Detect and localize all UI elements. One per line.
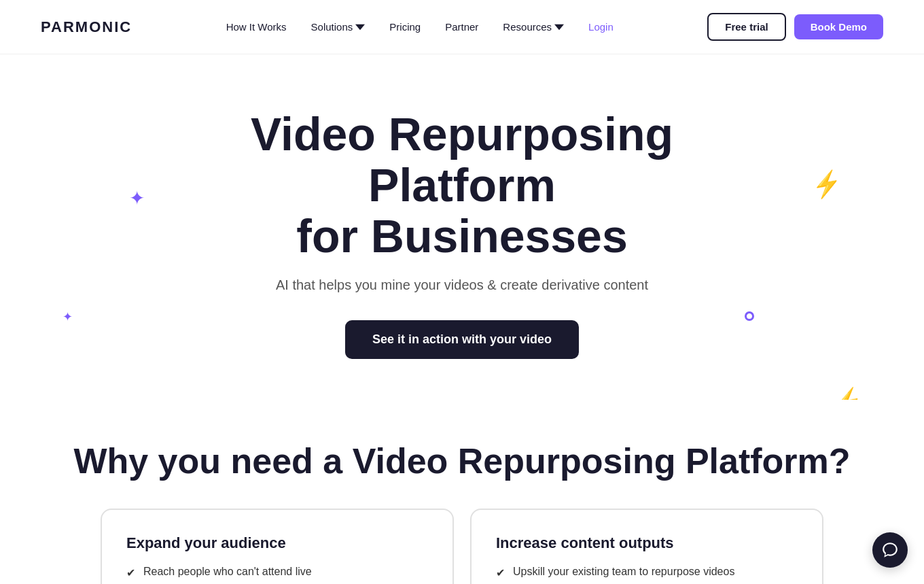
- list-item: ✔ Upskill your existing team to repurpos…: [496, 564, 798, 581]
- circle-decoration-right: [745, 311, 754, 321]
- nav-resources[interactable]: Resources: [503, 21, 564, 33]
- check-icon: ✔: [126, 566, 135, 581]
- hero-subtitle: AI that helps you mine your videos & cre…: [276, 277, 648, 293]
- card-increase-item-1: Upskill your existing team to repurpose …: [513, 564, 734, 579]
- nav-how-it-works[interactable]: How It Works: [226, 21, 287, 33]
- bolt-decoration-green-right: ⚡: [829, 385, 866, 400]
- nav-partner[interactable]: Partner: [445, 21, 478, 33]
- hero-section: ✦ ✦ ⚡ ⚡ ⚡ Video Repurposing Platform for…: [0, 54, 924, 400]
- card-increase-content: Increase content outputs ✔ Upskill your …: [470, 509, 823, 584]
- card-expand-item-1: Reach people who can't attend live: [143, 564, 312, 579]
- why-title: Why you need a Video Repurposing Platfor…: [41, 441, 883, 481]
- star-decoration-small: ✦: [63, 309, 73, 324]
- chat-icon: [881, 541, 899, 559]
- why-cards-row: Expand your audience ✔ Reach people who …: [41, 509, 883, 584]
- navbar: PARMONIC How It Works Solutions Pricing …: [0, 0, 924, 54]
- nav-actions: Free trial Book Demo: [707, 13, 883, 41]
- logo: PARMONIC: [41, 18, 132, 36]
- free-trial-button[interactable]: Free trial: [707, 13, 785, 41]
- why-section: Why you need a Video Repurposing Platfor…: [0, 400, 924, 584]
- nav-links: How It Works Solutions Pricing Partner R…: [226, 21, 614, 33]
- nav-login[interactable]: Login: [588, 21, 614, 33]
- hero-title: Video Repurposing Platform for Businesse…: [156, 109, 768, 261]
- chat-widget-button[interactable]: [872, 532, 908, 568]
- chevron-down-icon: [355, 22, 365, 32]
- book-demo-button[interactable]: Book Demo: [794, 14, 883, 39]
- card-expand-heading: Expand your audience: [126, 534, 428, 552]
- card-increase-heading: Increase content outputs: [496, 534, 798, 552]
- list-item: ✔ Reach people who can't attend live: [126, 564, 428, 581]
- card-expand-audience: Expand your audience ✔ Reach people who …: [101, 509, 454, 584]
- bolt-decoration-top-right: ⚡: [810, 167, 845, 201]
- chevron-down-icon-2: [554, 22, 564, 32]
- star-decoration-left: ✦: [129, 187, 145, 209]
- check-icon-2: ✔: [496, 566, 505, 581]
- hero-cta-button[interactable]: See it in action with your video: [345, 320, 579, 359]
- nav-pricing[interactable]: Pricing: [389, 21, 421, 33]
- nav-solutions[interactable]: Solutions: [311, 21, 366, 33]
